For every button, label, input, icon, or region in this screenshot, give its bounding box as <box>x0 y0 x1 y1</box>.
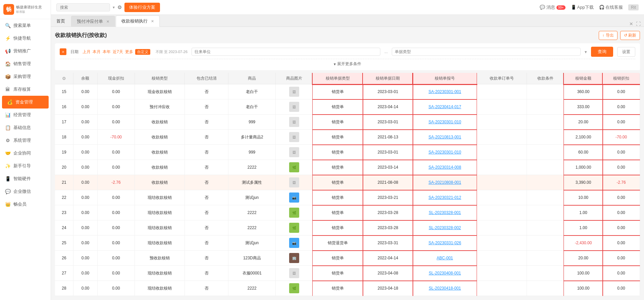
cell-writeoff-no[interactable]: SA-20230314-008 <box>413 160 477 175</box>
message-icon: 💬 <box>540 5 545 10</box>
filter-date-prev-month[interactable]: 上月 <box>83 49 91 55</box>
cell-type: 现结收款核销 <box>135 220 184 235</box>
cell-writeoff-no[interactable]: SL-20230418-001 <box>413 281 477 296</box>
export-button[interactable]: ↑ 导出 <box>599 31 618 40</box>
cell-writeoff-no[interactable]: SA-20230414-017 <box>413 99 477 115</box>
cell-type: 现结收款核销 <box>135 205 184 220</box>
sidebar-item-enterprise[interactable]: 🤝 企业协同 <box>0 147 51 160</box>
filter-expand-icon[interactable]: » <box>60 48 66 55</box>
topbar-search-input[interactable] <box>56 3 110 11</box>
tab-prepaid-close-icon[interactable]: ✕ <box>106 19 109 24</box>
cell-writeoff-amount: 1.00 <box>564 220 602 235</box>
export-icon: ↑ <box>602 33 604 38</box>
refresh-button[interactable]: ↺ 刷新 <box>620 31 640 40</box>
cell-balance: 0.00 <box>73 220 97 235</box>
dropdown-arrow-icon[interactable]: ▾ <box>113 5 115 10</box>
filter-date-more[interactable]: 更多 <box>125 49 133 55</box>
message-area[interactable]: 💬 消息 99+ <box>540 4 565 10</box>
cell-writeoff-no[interactable]: SA-20230331-026 <box>413 235 477 251</box>
table-body: 15 0.00 0.00 现金收款核销 否 老白干 🖼 销货单 2023-03-… <box>55 84 640 296</box>
settings-col-icon[interactable]: ⚙ <box>62 76 66 81</box>
filter-date-cur-month[interactable]: 本月 <box>93 49 101 55</box>
sidebar-item-search[interactable]: 🔍 搜索菜单 <box>0 19 51 32</box>
cell-type: 预收款核销 <box>135 251 184 266</box>
cell-writeoff-amount: 1.00 <box>564 205 602 220</box>
sidebar-item-marketing[interactable]: 📢 营销推广 <box>0 45 51 57</box>
cell-receipt-order <box>477 190 527 205</box>
cell-writeoff-bill-type: 销货单 <box>313 130 363 145</box>
cell-goods-img: 📷 <box>276 190 313 205</box>
sidebar-item-label: 资金管理 <box>15 99 33 105</box>
cell-writeoff-no[interactable]: SA-20230301-010 <box>413 145 477 160</box>
cell-writeoff-discount: 0.00 <box>603 145 640 160</box>
sidebar-item-sales[interactable]: 🏠 销售管理 <box>0 57 51 70</box>
cell-receipt-cond <box>527 84 564 99</box>
filter-unit-input[interactable] <box>192 48 380 56</box>
sidebar-item-wechat[interactable]: 💬 企业微信 <box>0 185 51 198</box>
cell-writeoff-no[interactable]: SA-20230301-001 <box>413 84 477 99</box>
query-button[interactable]: 查询 <box>591 47 613 57</box>
sidebar-item-system[interactable]: ⚙ 系统管理 <box>0 134 51 147</box>
cell-included: 否 <box>185 145 228 160</box>
cell-receipt-cond <box>527 235 564 251</box>
cell-writeoff-no[interactable]: SL-20230328-002 <box>413 220 477 235</box>
industry-btn[interactable]: 体验行业方案 <box>124 3 160 12</box>
filter-type-input[interactable] <box>392 48 581 56</box>
filter-type-dropdown-icon[interactable]: ▾ <box>585 49 587 54</box>
sidebar-item-purchase[interactable]: 📦 采购管理 <box>0 70 51 83</box>
filter-settings-button[interactable]: 设置 <box>617 47 635 57</box>
cell-balance: 0.00 <box>73 190 97 205</box>
filter-unit-dots[interactable]: ... <box>384 49 388 54</box>
sidebar-item-inventory[interactable]: 🏛 库存核算 <box>0 83 51 96</box>
cell-receipt-cond <box>527 99 564 115</box>
app-download[interactable]: 📱 App下载 <box>571 4 594 10</box>
cell-writeoff-no[interactable]: ABC-001 <box>413 251 477 266</box>
cell-writeoff-no[interactable]: SA-20210813-001 <box>413 130 477 145</box>
cell-writeoff-no[interactable]: SL-20230408-001 <box>413 266 477 281</box>
search-icon: 🔍 <box>5 23 11 29</box>
settings-icon[interactable]: ⚙ <box>117 4 122 10</box>
cell-goods-img: 🏢 <box>276 251 313 266</box>
cell-included: 否 <box>185 281 228 296</box>
sidebar-item-guide[interactable]: ✨ 新手引导 <box>0 160 51 172</box>
sidebar-item-label: 搜索菜单 <box>13 23 31 29</box>
cell-included: 否 <box>185 175 228 190</box>
topbar-left: ▾ ⚙ 体验行业方案 <box>56 3 536 12</box>
filter-date-custom[interactable]: 自定义 <box>135 49 150 55</box>
cell-writeoff-date: 2023-03-31 <box>363 235 413 251</box>
online-service[interactable]: 🎧 在线客服 <box>599 4 623 10</box>
sidebar-item-business[interactable]: 📊 经营管理 <box>0 109 51 121</box>
close-window-icon[interactable]: ✕ <box>629 21 633 27</box>
tab-prepaid[interactable]: 预付冲应付单 ✕ <box>71 16 115 27</box>
cell-writeoff-no[interactable]: SA-20210808-001 <box>413 175 477 190</box>
sidebar-item-basic[interactable]: 📋 基础信息 <box>0 121 51 134</box>
th-writeoff-date: 核销单据日期 <box>363 73 413 84</box>
tab-receipt-exec[interactable]: 收款核销执行 ✕ <box>116 15 160 27</box>
expand-more-label: 展开更多条件 <box>337 61 361 67</box>
expand-more-button[interactable]: ▾ 展开更多条件 <box>334 61 361 67</box>
cell-cash-discount: 0.00 <box>98 145 135 160</box>
sidebar-item-member[interactable]: 👑 畅会员 <box>0 198 51 211</box>
filter-date-7days[interactable]: 近7天 <box>113 49 123 55</box>
cell-writeoff-no[interactable]: SA-20230301-010 <box>413 115 477 130</box>
cell-writeoff-amount: 60.00 <box>564 145 602 160</box>
filter-date-cur-year[interactable]: 本年 <box>103 49 111 55</box>
sidebar-item-quicknav[interactable]: ⚡ 快捷导航 <box>0 32 51 45</box>
cell-receipt-cond <box>527 115 564 130</box>
cell-writeoff-no[interactable]: SL-20230328-001 <box>413 205 477 220</box>
cell-no: 26 <box>55 251 73 266</box>
sidebar-item-label: 营销推广 <box>13 48 31 54</box>
th-receipt-order: 收款单订单号 <box>477 73 527 84</box>
sidebar-item-finance[interactable]: 💰 资金管理 <box>2 96 49 109</box>
cell-receipt-order <box>477 130 527 145</box>
expand-window-icon[interactable]: ⛶ <box>636 21 641 27</box>
cell-writeoff-discount: 0.00 <box>603 84 640 99</box>
cell-writeoff-no[interactable]: SA-20230321-012 <box>413 190 477 205</box>
user-avatar[interactable]: Rit <box>628 4 639 10</box>
tab-receipt-close-icon[interactable]: ✕ <box>151 19 154 24</box>
tab-home[interactable]: 首页 <box>51 16 70 27</box>
cell-writeoff-bill-type: 销货单 <box>313 190 363 205</box>
sidebar-item-hardware[interactable]: 📱 智能硬件 <box>0 172 51 185</box>
cell-writeoff-amount: 360.00 <box>564 84 602 99</box>
table-row: 25 0.00 0.00 现结收款核销 否 测试jun 📷 销货退货单 2023… <box>55 235 640 251</box>
